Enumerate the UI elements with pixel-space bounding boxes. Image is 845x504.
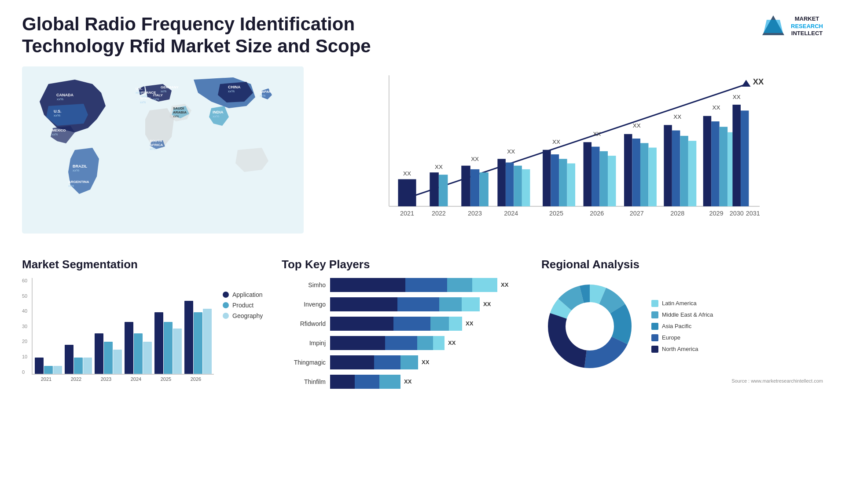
donut-chart-svg — [541, 278, 638, 375]
svg-rect-48 — [497, 159, 505, 206]
svg-rect-51 — [522, 169, 530, 206]
legend-asia-pacific: Asia Pacific — [651, 323, 713, 330]
svg-rect-64 — [632, 139, 640, 206]
bar-chart-svg: XX XX XX XX — [339, 71, 810, 238]
svg-text:U.K.: U.K. — [136, 87, 143, 91]
legend-latin-america: Latin America — [651, 300, 713, 307]
svg-text:JAPAN: JAPAN — [260, 90, 272, 94]
seg-bar-geo — [53, 366, 62, 374]
donut-legend: Latin America Middle East & Africa Asia … — [651, 300, 713, 353]
svg-marker-1 — [764, 20, 783, 33]
svg-text:SAUDI: SAUDI — [173, 106, 184, 110]
svg-text:xx%: xx% — [57, 97, 63, 101]
legend-north-america: North America — [651, 346, 713, 353]
legend-europe: Europe — [651, 334, 713, 341]
legend-product: Product — [223, 302, 263, 309]
player-row-simho: Simho XX — [282, 278, 528, 292]
svg-rect-63 — [624, 134, 632, 206]
svg-rect-88 — [741, 110, 749, 206]
svg-rect-53 — [543, 150, 551, 206]
svg-rect-59 — [592, 146, 599, 206]
segmentation-title: Market Segmentation — [22, 258, 268, 271]
svg-text:XX: XX — [403, 170, 411, 177]
simho-bar — [330, 278, 497, 292]
svg-text:xx%: xx% — [228, 89, 235, 93]
seg-group-2026 — [184, 301, 212, 374]
seg-group-2024 — [125, 322, 152, 374]
svg-text:2023: 2023 — [468, 209, 482, 216]
key-players-section: Top Key Players Simho XX — [282, 258, 528, 394]
svg-text:ARABIA: ARABIA — [173, 110, 187, 114]
seg-bar-prod — [44, 366, 53, 374]
legend-middle-east: Middle East & Africa — [651, 311, 713, 318]
svg-rect-75 — [720, 127, 727, 206]
svg-text:ARGENTINA: ARGENTINA — [68, 180, 89, 184]
segmentation-section: Market Segmentation 0 10 20 30 40 50 60 — [22, 258, 268, 394]
svg-rect-70 — [680, 136, 688, 206]
thingmagic-bar — [330, 355, 418, 369]
svg-text:2031: 2031 — [746, 209, 760, 216]
svg-rect-68 — [664, 125, 672, 206]
svg-rect-60 — [600, 151, 608, 206]
svg-text:U.S.: U.S. — [54, 109, 62, 113]
svg-text:XX: XX — [713, 104, 720, 111]
svg-rect-56 — [567, 163, 575, 206]
svg-rect-58 — [584, 142, 592, 206]
seg-y-axis: 0 10 20 30 40 50 60 — [22, 278, 30, 375]
seg-legend: Application Product Geography — [223, 291, 263, 382]
world-map-svg: CANADA xx% U.S. xx% MEXICO xx% BRAZIL xx… — [22, 66, 304, 234]
svg-rect-55 — [559, 159, 567, 206]
bar-chart-section: XX XX XX XX — [321, 66, 823, 251]
svg-rect-66 — [648, 147, 656, 206]
source-text: Source : www.marketresearchintellect.com — [541, 378, 823, 383]
player-row-thinfilm: Thinfilm XX — [282, 375, 528, 389]
player-row-thingmagic: Thingmagic XX — [282, 355, 528, 369]
svg-text:2027: 2027 — [630, 209, 644, 216]
svg-text:XX: XX — [435, 164, 443, 170]
svg-text:xx%: xx% — [136, 91, 141, 94]
logo-area: MARKET RESEARCH INTELLECT — [760, 13, 823, 40]
player-row-impinj: Impinj XX — [282, 336, 528, 350]
svg-text:INDIA: INDIA — [213, 110, 224, 114]
regional-section: Regional Analysis — [541, 258, 823, 394]
svg-text:xx%: xx% — [213, 114, 219, 118]
svg-text:AFRICA: AFRICA — [150, 143, 163, 147]
svg-rect-69 — [672, 130, 680, 206]
svg-text:XX: XX — [593, 131, 601, 137]
svg-text:2026: 2026 — [590, 209, 604, 216]
header: Global Radio Frequency Identification Te… — [22, 13, 823, 58]
seg-bar-app — [35, 358, 44, 374]
svg-rect-41 — [430, 172, 439, 206]
svg-text:XX: XX — [507, 148, 515, 155]
svg-rect-87 — [732, 105, 740, 206]
svg-text:GERMANY: GERMANY — [161, 85, 179, 89]
thinfilm-bar — [330, 375, 400, 389]
svg-rect-54 — [551, 154, 559, 206]
key-players-title: Top Key Players — [282, 258, 528, 271]
svg-rect-65 — [640, 143, 648, 206]
svg-text:2030: 2030 — [730, 209, 744, 216]
legend-geography: Geography — [223, 312, 263, 319]
legend-application: Application — [223, 291, 263, 298]
svg-text:2028: 2028 — [670, 209, 684, 216]
donut-area: Latin America Middle East & Africa Asia … — [541, 278, 823, 375]
svg-text:XX: XX — [753, 77, 764, 86]
svg-text:xx%: xx% — [173, 115, 179, 118]
map-section: CANADA xx% U.S. xx% MEXICO xx% BRAZIL xx… — [22, 66, 312, 234]
svg-rect-45 — [470, 169, 480, 206]
svg-text:CHINA: CHINA — [228, 85, 241, 89]
svg-text:XX: XX — [733, 93, 741, 100]
svg-marker-38 — [742, 80, 751, 86]
seg-x-labels: 2021 2022 2023 2024 2025 2026 — [32, 375, 214, 382]
svg-text:xx%: xx% — [153, 98, 159, 101]
svg-text:XX: XX — [552, 139, 560, 145]
svg-rect-71 — [688, 141, 696, 206]
invengo-bar — [330, 297, 480, 311]
svg-rect-50 — [514, 165, 522, 206]
svg-text:CANADA: CANADA — [56, 93, 73, 97]
svg-text:xx%: xx% — [140, 101, 146, 104]
seg-group-2021 — [35, 358, 62, 374]
svg-rect-49 — [506, 162, 514, 206]
svg-text:xx%: xx% — [52, 133, 58, 136]
seg-chart-inner: 2021 2022 2023 2024 2025 2026 — [32, 278, 214, 382]
